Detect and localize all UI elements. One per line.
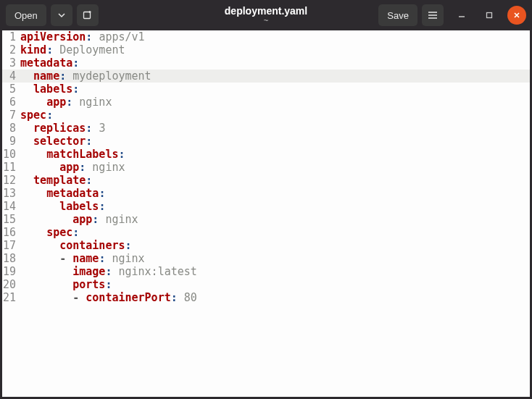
- svg-rect-1: [487, 13, 492, 18]
- line-number: 11: [2, 161, 18, 174]
- code-line[interactable]: 4 name: mydeployment: [2, 70, 530, 83]
- line-number: 4: [2, 70, 18, 83]
- code-content: app: nginx: [18, 161, 125, 174]
- maximize-button[interactable]: [480, 6, 499, 25]
- code-line[interactable]: 9 selector:: [2, 135, 530, 148]
- line-number: 7: [2, 109, 18, 122]
- code-line[interactable]: 5 labels:: [2, 83, 530, 96]
- save-button[interactable]: Save: [378, 4, 417, 26]
- code-line[interactable]: 10 matchLabels:: [2, 148, 530, 161]
- code-content: labels:: [18, 83, 79, 96]
- close-button[interactable]: [507, 6, 526, 25]
- code-line[interactable]: 13 metadata:: [2, 187, 530, 200]
- open-button[interactable]: Open: [6, 4, 46, 26]
- code-line[interactable]: 6 app: nginx: [2, 96, 530, 109]
- minimize-icon: [457, 11, 466, 20]
- code-line[interactable]: 16 spec:: [2, 226, 530, 239]
- minimize-button[interactable]: [452, 6, 471, 25]
- code-content: name: mydeployment: [18, 70, 151, 83]
- line-number: 21: [2, 291, 18, 304]
- line-number: 13: [2, 187, 18, 200]
- line-number: 9: [2, 135, 18, 148]
- line-number: 1: [2, 30, 18, 43]
- line-number: 15: [2, 213, 18, 226]
- code-line[interactable]: 3metadata:: [2, 56, 530, 70]
- code-line[interactable]: 20 ports:: [2, 278, 530, 291]
- line-number: 2: [2, 43, 18, 56]
- code-content: spec:: [18, 226, 79, 239]
- code-line[interactable]: 11 app: nginx: [2, 161, 530, 174]
- code-line[interactable]: 17 containers:: [2, 239, 530, 252]
- line-number: 6: [2, 96, 18, 109]
- line-number: 20: [2, 278, 18, 291]
- line-number: 19: [2, 265, 18, 278]
- code-line[interactable]: 15 app: nginx: [2, 213, 530, 226]
- code-line[interactable]: 14 labels:: [2, 200, 530, 213]
- hamburger-icon: [428, 11, 438, 20]
- line-number: 18: [2, 252, 18, 265]
- line-number: 16: [2, 226, 18, 239]
- code-content: matchLabels:: [18, 148, 125, 161]
- code-content: selector:: [18, 135, 92, 148]
- code-content: - name: nginx: [18, 252, 145, 265]
- line-number: 3: [2, 56, 18, 70]
- line-number: 5: [2, 83, 18, 96]
- code-content: replicas: 3: [18, 122, 105, 135]
- code-content: - containerPort: 80: [18, 291, 197, 304]
- open-button-label: Open: [14, 10, 38, 21]
- code-content: app: nginx: [18, 213, 138, 226]
- line-number: 12: [2, 174, 18, 187]
- code-content: metadata:: [18, 187, 105, 200]
- line-number: 17: [2, 239, 18, 252]
- chevron-down-icon: [58, 12, 65, 19]
- code-content: ports:: [18, 278, 112, 291]
- code-content: image: nginx:latest: [18, 265, 197, 278]
- line-number: 14: [2, 200, 18, 213]
- code-line[interactable]: 7spec:: [2, 109, 530, 122]
- line-number: 10: [2, 148, 18, 161]
- hamburger-menu-button[interactable]: [422, 4, 444, 26]
- open-recent-dropdown[interactable]: [51, 4, 72, 26]
- new-tab-button[interactable]: [77, 4, 99, 26]
- code-content: app: nginx: [18, 96, 112, 109]
- code-content: template:: [18, 174, 92, 187]
- svg-rect-0: [83, 12, 90, 19]
- code-line[interactable]: 1apiVersion: apps/v1: [2, 30, 530, 43]
- code-content: containers:: [18, 239, 132, 252]
- code-content: apiVersion: apps/v1: [18, 30, 145, 43]
- code-line[interactable]: 18 - name: nginx: [2, 252, 530, 265]
- text-editor-area[interactable]: 1apiVersion: apps/v12kind: Deployment3me…: [0, 30, 532, 399]
- code-line[interactable]: 8 replicas: 3: [2, 122, 530, 135]
- code-content: spec:: [18, 109, 53, 122]
- code-line[interactable]: 21 - containerPort: 80: [2, 291, 530, 304]
- code-line[interactable]: 12 template:: [2, 174, 530, 187]
- code-line[interactable]: 2kind: Deployment: [2, 43, 530, 56]
- code-content: metadata:: [18, 56, 79, 70]
- code-content: kind: Deployment: [18, 43, 125, 56]
- code-line[interactable]: 19 image: nginx:latest: [2, 265, 530, 278]
- code-content: labels:: [18, 200, 105, 213]
- title-bar: Open deployment.yaml ~ Save: [0, 0, 532, 30]
- close-icon: [512, 11, 521, 20]
- new-tab-icon: [83, 10, 93, 20]
- save-button-label: Save: [387, 10, 409, 21]
- maximize-icon: [485, 11, 494, 20]
- line-number: 8: [2, 122, 18, 135]
